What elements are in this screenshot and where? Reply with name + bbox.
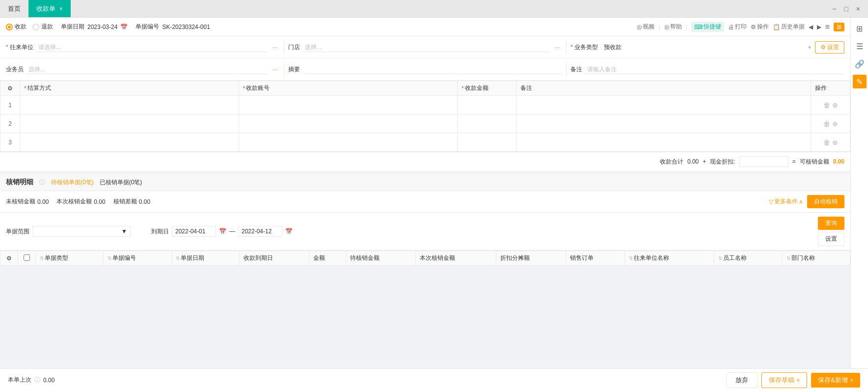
copy-icon-1[interactable]: ⊕ — [832, 101, 838, 109]
sidebar-link-icon[interactable]: 🔗 — [853, 57, 867, 71]
row-action-2: 🗑 ⊕ — [811, 114, 850, 133]
col-gear-bottom[interactable]: ⚙ — [0, 251, 18, 266]
history-icon: 📋 — [773, 24, 780, 30]
current-stat: 本次核销金额 0.00 — [56, 197, 105, 206]
gear-icon[interactable]: ⚙ — [7, 85, 13, 92]
gear-icon-bottom[interactable]: ⚙ — [6, 255, 12, 262]
row-settlement-2[interactable] — [20, 114, 239, 133]
counterpart-more-button[interactable]: ··· — [270, 43, 280, 51]
help-link[interactable]: ◎ 帮助 — [664, 23, 682, 31]
tab-home[interactable]: 首页 — [0, 0, 28, 17]
print-link[interactable]: 🖨 打印 — [728, 23, 747, 31]
row-amount-3[interactable] — [458, 133, 516, 152]
business-type-required: * — [570, 44, 574, 51]
staff-more-button[interactable]: ··· — [270, 65, 280, 73]
counterpart-input[interactable] — [36, 43, 267, 52]
sidebar-list-icon[interactable]: ☰ — [853, 39, 867, 53]
video-link[interactable]: ◎ 视频 — [637, 23, 654, 31]
summary-input[interactable] — [303, 65, 562, 74]
col-current-header: 本次核销金额 — [416, 251, 496, 266]
shortcut-link[interactable]: ⌨ 快捷键 — [691, 22, 724, 32]
delete-icon-2[interactable]: 🗑 — [823, 120, 830, 128]
calendar-icon[interactable]: 📅 — [120, 24, 128, 30]
staff-field: 业务员 ··· — [6, 65, 280, 74]
total-value: 0.00 — [687, 158, 699, 165]
row-settlement-1[interactable] — [20, 96, 239, 114]
table-row: 3 🗑 ⊕ — [0, 133, 850, 152]
save-new-button[interactable]: 保存&新增 ∧ — [811, 373, 860, 388]
col-settlement-header: * 结算方式 — [20, 81, 239, 96]
shortcut-icon: ⌨ — [694, 24, 703, 30]
col-counterpart-header: ⇅ 往来单位名称 — [624, 251, 714, 266]
table-row: 2 🗑 ⊕ — [0, 114, 850, 133]
nav-prev-button[interactable]: ◀ — [809, 24, 813, 30]
col-gear[interactable]: ⚙ — [0, 81, 20, 96]
delete-icon-3[interactable]: 🗑 — [823, 139, 830, 146]
row-amount-1[interactable] — [458, 96, 516, 114]
total-label: 收款合计 — [660, 158, 683, 166]
form-row-2: 业务员 ··· 摘要 备注 — [0, 58, 850, 81]
done-tab[interactable]: 已核销单据(0笔) — [100, 178, 142, 187]
operation-icon: ⚙ — [751, 24, 756, 30]
pending-tab[interactable]: 待核销单据(0笔) — [51, 178, 94, 187]
discount-input[interactable] — [739, 156, 788, 167]
store-more-button[interactable]: ··· — [552, 43, 562, 51]
sidebar-edit-icon[interactable]: ✎ — [853, 75, 867, 88]
auto-reconcile-button[interactable]: 自动核销 — [807, 195, 844, 208]
reconcile-settings-button[interactable]: 设置 — [818, 232, 844, 246]
view-list-button[interactable]: ≡ — [825, 23, 830, 31]
gear-icon: ⚙ — [820, 44, 826, 51]
operation-label: 操作 — [757, 23, 769, 31]
date-from-input[interactable] — [172, 226, 216, 237]
query-button[interactable]: 查询 — [818, 217, 844, 230]
view-grid-button[interactable]: ⊞ — [834, 23, 844, 31]
row-account-3[interactable] — [239, 133, 458, 152]
more-conditions-link[interactable]: ▽ 更多条件 ∧ — [769, 197, 803, 206]
row-settlement-3[interactable] — [20, 133, 239, 152]
history-link[interactable]: 📋 历史单据 — [773, 23, 805, 31]
tab-close-icon[interactable]: × — [59, 5, 63, 12]
row-remark-1[interactable] — [516, 96, 811, 114]
print-icon: 🖨 — [728, 24, 734, 30]
tab-receipt[interactable]: 收款单 × — [28, 0, 71, 17]
reconcile-stats: 未核销金额 0.00 本次核销金额 0.00 核销差额 0.00 ▽ 更多条件 … — [0, 191, 850, 213]
info-icon[interactable]: ⓘ — [39, 178, 45, 187]
select-all-checkbox[interactable] — [24, 254, 30, 261]
discard-button[interactable]: 放弃 — [726, 372, 758, 388]
calendar-to-icon[interactable]: 📅 — [285, 228, 293, 235]
col-pending-header: 待核销金额 — [346, 251, 416, 266]
store-input[interactable] — [303, 43, 549, 52]
maximize-button[interactable]: □ — [842, 5, 850, 13]
counterpart-label-text: 往来单位 — [10, 44, 33, 51]
minimize-button[interactable]: − — [830, 5, 838, 13]
toolbar: 收款 退款 单据日期 2023-03-24 📅 单据编号 SK-20230324… — [0, 18, 850, 36]
business-type-arrow-icon[interactable]: ▼ — [807, 45, 812, 50]
staff-input[interactable] — [27, 65, 267, 74]
copy-icon-3[interactable]: ⊕ — [832, 139, 838, 146]
copy-icon-2[interactable]: ⊕ — [832, 120, 838, 128]
row-amount-2[interactable] — [458, 114, 516, 133]
row-account-1[interactable] — [239, 96, 458, 114]
remark-input[interactable] — [585, 65, 844, 74]
business-type-label: * 业务类型 — [570, 43, 598, 52]
save-draft-button[interactable]: 保存草稿 ∧ — [761, 372, 807, 388]
col-amount-header-b: 金额 — [309, 251, 346, 266]
delete-icon-1[interactable]: 🗑 — [823, 101, 830, 109]
radio-refund[interactable]: 退款 — [32, 23, 53, 31]
row-remark-3[interactable] — [516, 133, 811, 152]
available-value: 0.00 — [833, 158, 844, 165]
nav-next-button[interactable]: ▶ — [817, 24, 821, 30]
date-to-input[interactable] — [238, 226, 282, 237]
bottom-table: ⚙ ⇅ 单据类型 ⇅ 单据编号 — [0, 251, 850, 266]
operation-link[interactable]: ⚙ 操作 — [751, 23, 769, 31]
row-remark-2[interactable] — [516, 114, 811, 133]
info-icon-bottom[interactable]: ⓘ — [34, 376, 40, 384]
col-checkbox[interactable] — [18, 251, 36, 266]
settings-button[interactable]: ⚙ 设置 — [815, 41, 844, 54]
range-select[interactable]: ▼ — [32, 226, 131, 237]
sidebar-table-icon[interactable]: ⊞ — [853, 22, 867, 35]
close-button[interactable]: × — [854, 5, 862, 13]
row-account-2[interactable] — [239, 114, 458, 133]
calendar-from-icon[interactable]: 📅 — [219, 228, 226, 235]
radio-receipt[interactable]: 收款 — [6, 23, 27, 31]
